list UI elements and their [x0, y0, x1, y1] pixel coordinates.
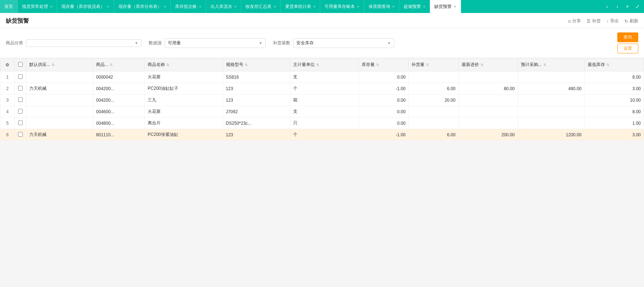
sort-icon-unit: ⇅ — [316, 63, 319, 67]
tab-demand-stats[interactable]: 要货单统计表 × — [281, 0, 320, 13]
row-supplier-5: 力天机械 — [26, 129, 93, 141]
share-button[interactable]: ⎋ 分享 — [568, 18, 581, 24]
tab-home[interactable]: 首页 — [0, 0, 18, 13]
close-tab-abnormal[interactable]: × — [50, 4, 52, 9]
th-stock-qty[interactable]: 库存量 ⇅ — [358, 58, 408, 71]
close-tab-expiry-query[interactable]: × — [392, 4, 395, 9]
th-checkbox[interactable] — [15, 58, 26, 71]
datasource-select[interactable]: 可用量 ▼ — [165, 38, 266, 48]
close-tab-inventory-status[interactable]: × — [107, 4, 109, 9]
tab-available-ledger[interactable]: 可用量库存账本 × — [320, 0, 364, 13]
th-unit[interactable]: 主计量单位 ⇅ — [290, 58, 359, 71]
close-tab-collect-summary[interactable]: × — [274, 4, 276, 9]
export-icon: ↑ — [606, 19, 609, 24]
row-num-2: 3 — [0, 94, 15, 106]
row-checkbox-3[interactable] — [15, 106, 26, 118]
row-min-stock-3: 8.00 — [584, 106, 644, 118]
row-spec-3: J7092 — [223, 106, 290, 118]
tab-expiry-query[interactable]: 保质期查询 × — [364, 0, 399, 13]
refresh-button[interactable]: ↻ 刷新 — [625, 18, 638, 24]
row-supplier-2 — [26, 94, 93, 106]
row-checkbox-4[interactable] — [15, 118, 26, 129]
row-code-2: 004200... — [93, 94, 145, 106]
close-tab-available-ledger[interactable]: × — [357, 4, 359, 9]
row-est-purchase-3 — [518, 106, 584, 118]
close-tab-overstock[interactable]: × — [423, 4, 425, 9]
row-stock-qty-4: 0.00 — [358, 118, 408, 129]
nav-next-button[interactable]: › — [612, 1, 622, 12]
row-spec-4: DS250*23c... — [223, 118, 290, 129]
th-spec[interactable]: 规格型号 ⇅ — [223, 58, 290, 71]
row-name-2: 三九 — [145, 94, 223, 106]
th-replenish-qty[interactable]: 补货量 ⇅ — [409, 58, 458, 71]
replenish-base-filter-group: 补货基数 安全库存 ▼ — [273, 38, 394, 48]
table-container: ⚙ 默认供应... ⇅ 商品... — [0, 58, 644, 141]
row-checkbox-0[interactable] — [15, 71, 26, 83]
row-code-1: 004200... — [93, 83, 145, 94]
tab-overstock[interactable]: 超储预警 × — [399, 0, 430, 13]
replenish-button[interactable]: ☰ 补货 — [587, 18, 601, 24]
row-checkbox-1[interactable] — [15, 83, 26, 94]
tab-inout-flow[interactable]: 出入库流水 × — [206, 0, 241, 13]
settings-button[interactable]: 设置 — [617, 44, 638, 53]
replenish-icon: ☰ — [587, 19, 591, 24]
datasource-select-arrow: ▼ — [259, 41, 262, 45]
tab-shortage[interactable]: 缺货预警 × — [430, 0, 461, 13]
nav-expand-button[interactable]: ⤢ — [632, 1, 643, 12]
close-tab-demand-stats[interactable]: × — [313, 4, 316, 9]
row-latest-price-1: 80.00 — [458, 83, 518, 94]
row-est-purchase-0 — [518, 71, 584, 83]
select-all-checkbox[interactable] — [18, 62, 23, 67]
th-settings[interactable]: ⚙ — [0, 58, 15, 71]
replenish-base-select[interactable]: 安全库存 ▼ — [293, 38, 394, 48]
row-name-3: 火花塞 — [145, 106, 223, 118]
category-select[interactable]: ▼ — [26, 39, 142, 47]
th-latest-price[interactable]: 最新进价 ⇅ — [458, 58, 518, 71]
row-num-1: 2 — [0, 83, 15, 94]
page-header: 缺货预警 ⎋ 分享 ☰ 补货 ↑ 导出 ↻ 刷新 — [0, 13, 644, 28]
row-replenish-qty-4 — [409, 118, 458, 129]
row-spec-0: SS816 — [223, 71, 290, 83]
sort-icon-min-stock: ⇅ — [606, 63, 609, 67]
close-tab-inventory-dist[interactable]: × — [164, 4, 166, 9]
table-row: 1 0000042 火花塞 SS816 支 0.00 8.00 — [0, 71, 644, 83]
tab-batch-account[interactable]: 库存批次账 × — [171, 0, 206, 13]
row-checkbox-5[interactable] — [15, 129, 26, 141]
replenish-base-select-value: 安全库存 — [296, 40, 314, 46]
nav-prev-button[interactable]: ‹ — [602, 1, 612, 12]
row-code-5: 801110... — [93, 129, 145, 141]
sort-icon-stock: ⇅ — [376, 63, 379, 67]
nav-close-button[interactable]: × — [622, 1, 632, 12]
tab-collect-summary[interactable]: 收发存汇总表 × — [241, 0, 280, 13]
datasource-label: 数据源 — [149, 40, 162, 46]
row-spec-2: 123 — [223, 94, 290, 106]
close-tab-shortage[interactable]: × — [454, 4, 456, 9]
row-min-stock-4: 1.00 — [584, 118, 644, 129]
th-product-code[interactable]: 商品... ⇅ — [93, 58, 145, 71]
row-latest-price-0 — [458, 71, 518, 83]
row-checkbox-2[interactable] — [15, 94, 26, 106]
th-product-name[interactable]: 商品名称 ⇅ — [145, 58, 223, 71]
th-min-stock[interactable]: 最低库存 ⇅ — [584, 58, 644, 71]
category-select-arrow: ▼ — [135, 41, 138, 45]
table-row: 6 力天机械 801110... PC200张紧油缸 123 个 -1.00 6… — [0, 129, 644, 141]
row-stock-qty-1: -1.00 — [358, 83, 408, 94]
query-button[interactable]: 查询 — [617, 32, 638, 42]
th-est-purchase[interactable]: 预计采购... ⇅ — [518, 58, 584, 71]
tab-inventory-status[interactable]: 现存量（库存状况表） × — [57, 0, 114, 13]
row-unit-1: 个 — [290, 83, 359, 94]
row-supplier-0 — [26, 71, 93, 83]
row-replenish-qty-2: 20.00 — [409, 94, 458, 106]
row-unit-0: 支 — [290, 71, 359, 83]
tab-inventory-dist[interactable]: 现存量（库存分布表） × — [114, 0, 171, 13]
close-tab-inout-flow[interactable]: × — [234, 4, 236, 9]
page-title: 缺货预警 — [6, 17, 29, 25]
row-name-4: 离合片 — [145, 118, 223, 129]
nav-tabs: 首页 拣货异常处理 × 现存量（库存状况表） × 现存量（库存分布表） × 库存… — [0, 0, 644, 13]
tab-abnormal[interactable]: 拣货异常处理 × — [18, 0, 57, 13]
th-default-supplier[interactable]: 默认供应... ⇅ — [26, 58, 93, 71]
export-button[interactable]: ↑ 导出 — [606, 18, 619, 24]
refresh-icon: ↻ — [625, 19, 628, 24]
row-min-stock-0: 8.00 — [584, 71, 644, 83]
close-tab-batch-account[interactable]: × — [199, 4, 201, 9]
